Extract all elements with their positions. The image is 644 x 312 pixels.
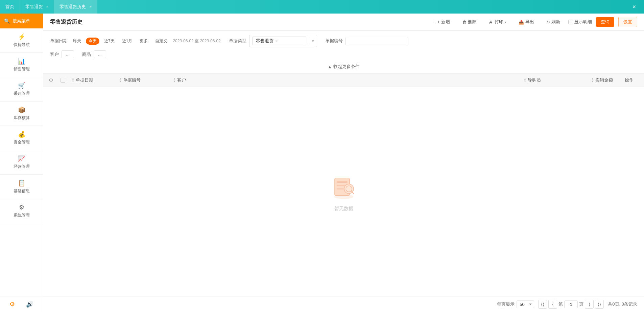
new-button[interactable]: ＋ + 新增 xyxy=(428,17,454,27)
delete-label: 删除 xyxy=(468,19,477,25)
sidebar-item-system[interactable]: ⚙ 系统管理 xyxy=(0,199,43,223)
tab-home-label: 首页 xyxy=(5,4,14,10)
date-btn-1month[interactable]: 近1月 xyxy=(119,38,135,45)
filter-bar: 单据日期 昨天 今天 近7天 近1月 更多 自定义 2023-06-02 至 2… xyxy=(43,31,644,73)
goods-filter-btn[interactable]: ... xyxy=(94,50,106,58)
show-detail-toggle[interactable]: 显示明细 xyxy=(568,19,592,25)
sidebar-search-label: 搜索菜单 xyxy=(13,18,30,24)
type-filter-inner: 零售退货 × xyxy=(249,35,309,47)
refresh-icon: ↻ xyxy=(546,20,550,25)
th-customer-label: 客户 xyxy=(177,77,186,83)
th-date[interactable]: ▲▼ 单据日期 xyxy=(69,77,116,83)
delete-button[interactable]: 🗑 删除 xyxy=(458,17,481,27)
search-icon: 🔍 xyxy=(4,18,10,24)
sidebar-item-finance[interactable]: 💰 资金管理 xyxy=(0,126,43,150)
per-page-label: 每页显示 xyxy=(497,301,515,307)
th-settings[interactable]: ⚙ xyxy=(45,77,57,83)
filter-collapse-btn[interactable]: ▲ 收起更多条件 xyxy=(328,64,360,70)
th-order[interactable]: ▲▼ 单据编号 xyxy=(116,77,170,83)
filter-row-1: 单据日期 昨天 今天 近7天 近1月 更多 自定义 2023-06-02 至 2… xyxy=(50,35,637,47)
type-filter-tag-close[interactable]: × xyxy=(276,39,278,43)
table-header: ⚙ ▲▼ 单据日期 ▲▼ 单据编号 ▲▼ 客户 ▲▼ 导 xyxy=(43,73,644,87)
customer-filter-btn[interactable]: ... xyxy=(62,50,74,58)
page-next-btn[interactable]: ⟩ xyxy=(585,300,594,309)
sidebar-item-purchase-label: 采购管理 xyxy=(14,91,30,96)
date-btn-custom[interactable]: 自定义 xyxy=(152,38,170,45)
top-bar-right: × xyxy=(624,2,644,12)
order-sort-icon: ▲▼ xyxy=(119,77,122,83)
type-filter-item: 单据类型 零售退货 × ▾ xyxy=(229,35,317,47)
page-title: 零售退货历史 xyxy=(50,19,82,26)
goods-filter-label: 商品 xyxy=(82,51,91,58)
tab-retail-return-history-close[interactable]: × xyxy=(89,5,91,9)
show-detail-checkbox[interactable] xyxy=(568,20,573,24)
order-filter-label: 单据编号 xyxy=(325,38,343,44)
system-icon: ⚙ xyxy=(19,204,24,211)
date-btn-today[interactable]: 今天 xyxy=(86,38,99,45)
query-label: 查询 xyxy=(601,19,610,25)
tab-retail-return[interactable]: 零售退货 × xyxy=(20,0,54,14)
sidebar-item-operations[interactable]: 📈 经营管理 xyxy=(0,150,43,175)
customer-filter-label: 客户 xyxy=(50,51,59,58)
date-btn-more[interactable]: 更多 xyxy=(137,38,150,45)
main-layout: 🔍 搜索菜单 ⚡ 快捷导航 📊 销售管理 🛒 采购管理 📦 库存核算 💰 xyxy=(0,14,644,312)
print-button[interactable]: 🖨 打印 ▾ xyxy=(485,17,510,27)
quick-nav-icon: ⚡ xyxy=(18,33,25,41)
type-filter-tag: 零售退货 × xyxy=(252,37,306,45)
sidebar-item-quick-nav[interactable]: ⚡ 快捷导航 xyxy=(0,28,43,53)
print-icon: 🖨 xyxy=(489,20,493,25)
th-amount-label: 实销金额 xyxy=(595,77,613,83)
window-close-button[interactable]: × xyxy=(629,2,639,12)
date-filter-item: 单据日期 昨天 今天 近7天 近1月 更多 自定义 2023-06-02 至 2… xyxy=(50,38,221,45)
tab-home[interactable]: 首页 xyxy=(0,0,20,14)
query-button[interactable]: 查询 xyxy=(596,17,614,27)
th-guide[interactable]: ▲▼ 导购员 xyxy=(521,77,575,83)
type-filter-select[interactable]: 零售退货 × ▾ xyxy=(249,35,317,47)
sidebar-item-inventory[interactable]: 📦 库存核算 xyxy=(0,102,43,126)
content-area: 零售退货历史 ＋ + 新增 🗑 删除 🖨 打印 ▾ 📤 导出 xyxy=(43,14,644,312)
new-label: + 新增 xyxy=(437,19,450,25)
date-btn-yesterday[interactable]: 昨天 xyxy=(70,38,84,45)
export-button[interactable]: 📤 导出 xyxy=(515,17,538,27)
sidebar-audio-icon[interactable]: 🔊 xyxy=(26,300,33,308)
settings-label: 设置 xyxy=(623,19,632,25)
svg-rect-2 xyxy=(337,181,348,183)
tab-retail-return-history[interactable]: 零售退货历史 × xyxy=(54,0,97,14)
settings-button[interactable]: 设置 xyxy=(618,17,637,27)
th-guide-label: 导购员 xyxy=(528,77,541,83)
date-btn-7days[interactable]: 近7天 xyxy=(101,38,117,45)
type-filter-label: 单据类型 xyxy=(229,38,246,44)
goods-filter-item: 商品 ... xyxy=(82,50,106,58)
tab-bar: 首页 零售退货 × 零售退货历史 × xyxy=(0,0,624,14)
collapse-icon: ▲ xyxy=(328,64,332,69)
per-page-select[interactable]: 50 10 20 100 xyxy=(517,300,534,308)
type-filter-tag-value: 零售退货 xyxy=(256,38,273,44)
sidebar-item-basic-info[interactable]: 📋 基础信息 xyxy=(0,175,43,199)
empty-state: 暂无数据 xyxy=(43,87,644,296)
guide-sort-icon: ▲▼ xyxy=(524,77,526,83)
sidebar-settings-icon[interactable]: ⚙ xyxy=(9,300,15,308)
sidebar-item-finance-label: 资金管理 xyxy=(14,139,30,145)
sidebar-item-system-label: 系统管理 xyxy=(14,213,30,218)
th-order-label: 单据编号 xyxy=(123,77,141,83)
th-checkbox[interactable] xyxy=(57,78,69,83)
sidebar-item-sales-mgmt[interactable]: 📊 销售管理 xyxy=(0,53,43,77)
sidebar-search[interactable]: 🔍 搜索菜单 xyxy=(0,14,43,28)
page-input[interactable] xyxy=(564,300,578,308)
page-prev-btn[interactable]: ⟨ xyxy=(548,300,557,309)
th-select-all-checkbox[interactable] xyxy=(61,78,65,83)
sidebar-item-sales-label: 销售管理 xyxy=(14,66,30,72)
page-last-btn[interactable]: ⟩⟩ xyxy=(595,300,604,309)
tab-retail-return-close[interactable]: × xyxy=(46,5,48,9)
order-filter-input[interactable] xyxy=(345,37,408,45)
th-amount[interactable]: ▲▼ 实销金额 xyxy=(575,77,616,83)
new-icon: ＋ xyxy=(432,19,436,25)
show-detail-label: 显示明细 xyxy=(574,19,592,25)
date-range-display: 2023-06-02 至 2023-06-02 xyxy=(173,38,220,44)
refresh-button[interactable]: ↻ 刷新 xyxy=(542,17,564,27)
export-label: 导出 xyxy=(525,19,534,25)
filter-row-2: 客户 ... 商品 ... xyxy=(50,50,637,58)
th-customer[interactable]: ▲▼ 客户 xyxy=(170,77,521,83)
sidebar-item-purchase-mgmt[interactable]: 🛒 采购管理 xyxy=(0,77,43,102)
page-first-btn[interactable]: ⟨⟨ xyxy=(538,300,547,309)
